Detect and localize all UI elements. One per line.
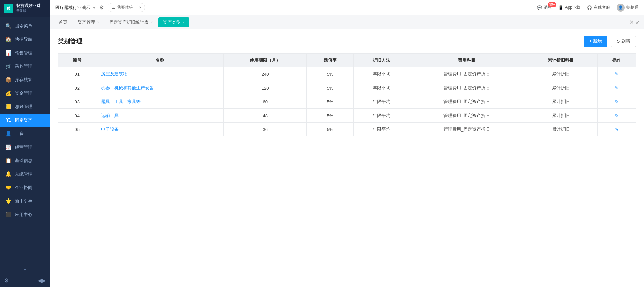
sidebar-item-fixed-assets[interactable]: 🏗 固定资产 — [0, 114, 50, 127]
sidebar-item-finance[interactable]: 💰 资金管理 — [0, 87, 50, 100]
row-name-link[interactable]: 器具、工具、家具等 — [101, 99, 141, 104]
sidebar-item-system[interactable]: 🔔 系统管理 — [0, 167, 50, 181]
sidebar-item-guide[interactable]: 🌟 新手引导 — [0, 194, 50, 208]
purchase-label: 采购管理 — [15, 63, 32, 69]
tab-close-icon[interactable]: × — [183, 20, 185, 24]
tab-资产管理[interactable]: 资产管理× — [73, 17, 104, 27]
tab-资产类型[interactable]: 资产类型× — [158, 17, 189, 27]
experience-button[interactable]: ☁ 我要体验一下 — [108, 3, 145, 12]
edit-icon[interactable]: ✎ — [615, 127, 619, 132]
row-residual: 5% — [306, 123, 353, 136]
row-residual: 5% — [306, 95, 353, 109]
service-icon: 🎧 — [587, 5, 592, 10]
sidebar-scroll-down[interactable]: ▼ — [0, 266, 50, 274]
row-method: 年限平均 — [354, 109, 409, 123]
row-residual: 5% — [306, 81, 353, 95]
payroll-label: 工资 — [15, 131, 24, 137]
table-column-header: 折旧方法 — [354, 54, 409, 67]
tab-close-icon[interactable]: × — [151, 20, 153, 24]
tab-固定资产折旧统计表[interactable]: 固定资产折旧统计表× — [104, 17, 157, 27]
edit-icon[interactable]: ✎ — [615, 85, 619, 91]
table-row: 01房屋及建筑物2405%年限平均管理费用_固定资产折旧累计折旧✎ — [58, 67, 636, 81]
row-edit[interactable]: ✎ — [598, 81, 636, 95]
message-action[interactable]: 💬 消息 99+ — [537, 5, 552, 10]
table-row: 05电子设备365%年限平均管理费用_固定资产折旧累计折旧✎ — [58, 123, 636, 136]
content-area: 类别管理 + 新增 ↻ 刷新 编号名称使用期限（月）残值率折旧方法费用科目累计折… — [50, 29, 644, 287]
app-download-action[interactable]: 📱 App下载 — [558, 5, 580, 10]
user-menu[interactable]: 👤 畅捷通 — [617, 4, 639, 12]
sidebar-item-sales[interactable]: 📊 销售管理 — [0, 46, 50, 60]
scroll-down-icon[interactable]: ▼ — [23, 267, 27, 272]
purchase-icon: 🛒 — [5, 63, 11, 69]
topbar-right: 💬 消息 99+ 📱 App下载 🎧 在线客服 👤 畅捷通 — [537, 4, 639, 12]
sidebar: 财 畅捷通好业财 普及版 🔍 搜索菜单 🏠 快捷导航 📊 销售管理 🛒 采购管理… — [0, 0, 50, 287]
sidebar-item-enterprise[interactable]: 🤝 企业协同 — [0, 181, 50, 194]
row-name-link[interactable]: 房屋及建筑物 — [101, 71, 127, 76]
edit-icon[interactable]: ✎ — [615, 113, 619, 118]
sales-label: 销售管理 — [15, 50, 32, 56]
row-edit[interactable]: ✎ — [598, 109, 636, 123]
business-label: 经营管理 — [15, 144, 32, 150]
tab-label: 首页 — [59, 19, 67, 25]
finance-icon: 💰 — [5, 90, 11, 96]
row-name[interactable]: 房屋及建筑物 — [96, 67, 224, 81]
refresh-icon: ↻ — [616, 39, 620, 44]
table-column-header: 操作 — [598, 54, 636, 67]
sidebar-item-ledger[interactable]: 📒 总账管理 — [0, 100, 50, 114]
row-edit[interactable]: ✎ — [598, 95, 636, 109]
app-center-icon: ⬛ — [5, 212, 11, 218]
row-edit[interactable]: ✎ — [598, 67, 636, 81]
row-name[interactable]: 机器、机械和其他生产设备 — [96, 81, 224, 95]
settings-icon[interactable]: ⚙ — [4, 277, 9, 284]
payroll-icon: 👤 — [5, 131, 11, 137]
row-expense: 管理费用_固定资产折旧 — [409, 67, 524, 81]
guide-icon: 🌟 — [5, 198, 11, 204]
row-period: 120 — [224, 81, 307, 95]
quick-nav-icon: 🏠 — [5, 36, 11, 42]
maximize-window-icon[interactable]: ⤢ — [636, 19, 640, 25]
company-selector[interactable]: 医疗器械行业演示 ▼ — [55, 5, 96, 11]
sidebar-item-basic-info[interactable]: 📋 基础信息 — [0, 154, 50, 167]
row-name[interactable]: 器具、工具、家具等 — [96, 95, 224, 109]
row-period: 48 — [224, 109, 307, 123]
topbar-settings-icon[interactable]: ⚙ — [99, 4, 104, 11]
row-expense: 管理费用_固定资产折旧 — [409, 95, 524, 109]
table-row: 04运输工具485%年限平均管理费用_固定资产折旧累计折旧✎ — [58, 109, 636, 123]
collapse-icon[interactable]: ◀▶ — [38, 277, 46, 284]
app-title-wrap: 畅捷通好业财 普及版 — [16, 3, 40, 13]
row-method: 年限平均 — [354, 67, 409, 81]
row-accumulated: 累计折旧 — [524, 67, 598, 81]
ledger-icon: 📒 — [5, 104, 11, 110]
sidebar-item-business[interactable]: 📈 经营管理 — [0, 140, 50, 154]
sales-icon: 📊 — [5, 50, 11, 56]
row-name[interactable]: 电子设备 — [96, 123, 224, 136]
fixed-assets-label: 固定资产 — [15, 117, 32, 123]
row-edit[interactable]: ✎ — [598, 123, 636, 136]
row-name-link[interactable]: 运输工具 — [101, 113, 119, 118]
row-name-link[interactable]: 电子设备 — [101, 127, 119, 132]
topbar-left: 医疗器械行业演示 ▼ ⚙ ☁ 我要体验一下 — [55, 3, 145, 12]
tab-首页[interactable]: 首页 — [54, 17, 72, 27]
add-button[interactable]: + 新增 — [584, 36, 607, 47]
message-badge: 99+ — [548, 2, 556, 7]
edit-icon[interactable]: ✎ — [615, 99, 619, 104]
quick-nav-label: 快捷导航 — [15, 36, 32, 42]
app-logo: 财 — [4, 4, 13, 13]
tab-close-icon[interactable]: × — [97, 20, 99, 24]
service-action[interactable]: 🎧 在线客服 — [587, 5, 610, 10]
row-method: 年限平均 — [354, 81, 409, 95]
sidebar-item-search[interactable]: 🔍 搜索菜单 — [0, 19, 50, 33]
page-header: 类别管理 + 新增 ↻ 刷新 — [58, 36, 636, 47]
close-window-icon[interactable]: ✕ — [629, 19, 634, 25]
sidebar-item-inventory[interactable]: 📦 库存核算 — [0, 73, 50, 87]
sidebar-item-payroll[interactable]: 👤 工资 — [0, 127, 50, 140]
sidebar-item-app-center[interactable]: ⬛ 应用中心 — [0, 208, 50, 221]
refresh-button[interactable]: ↻ 刷新 — [611, 36, 636, 47]
edit-icon[interactable]: ✎ — [615, 71, 619, 77]
sidebar-item-quick-nav[interactable]: 🏠 快捷导航 — [0, 33, 50, 46]
tab-label: 资产类型 — [163, 19, 181, 25]
row-id: 03 — [58, 95, 96, 109]
row-name-link[interactable]: 机器、机械和其他生产设备 — [101, 85, 154, 90]
sidebar-item-purchase[interactable]: 🛒 采购管理 — [0, 60, 50, 73]
row-name[interactable]: 运输工具 — [96, 109, 224, 123]
